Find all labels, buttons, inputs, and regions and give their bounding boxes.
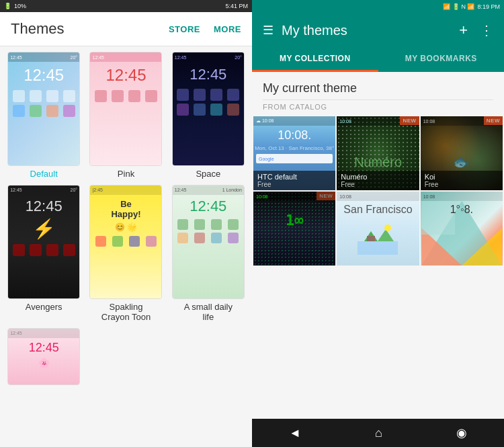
- catalog-geo[interactable]: 10:08 1°◦8.: [421, 192, 503, 266]
- theme-pink-thumb: 12:45 12:45: [89, 52, 162, 166]
- catalog-dark-thumb: 10:08 1∞: [253, 192, 335, 266]
- back-button[interactable]: ◄: [289, 426, 301, 440]
- theme-crayon[interactable]: |2:45 BeHappy! 😊 🌟 Spakling Crayon: [87, 185, 164, 323]
- status-bar-right: 📶 🔋 N 📶 8:19 PM: [252, 0, 504, 13]
- tab-my-collection[interactable]: MY COLLECTION: [252, 47, 378, 72]
- catalog-numero-name: Numéro: [341, 173, 415, 181]
- theme-space-thumb: 12:45 20° 12:45: [172, 52, 245, 166]
- add-icon[interactable]: +: [459, 22, 468, 39]
- tab-my-bookmarks[interactable]: MY BOOKMARKS: [378, 47, 505, 72]
- catalog-numero[interactable]: 10:08 Numéro Numéro Free NEW: [337, 116, 419, 190]
- theme-daily-label: A small daily life: [184, 302, 233, 323]
- theme-pink[interactable]: 12:45 12:45 Pink: [87, 52, 164, 179]
- hamburger-icon[interactable]: ☰: [263, 23, 274, 38]
- status-bar-left: 🔋 10% 5:41 PM: [0, 0, 252, 12]
- more-button[interactable]: MORE: [214, 24, 241, 34]
- theme-avengers[interactable]: 12:45 20° 12:45 ⚡ Avengers: [5, 185, 82, 323]
- theme-crayon-thumb: |2:45 BeHappy! 😊 🌟: [89, 185, 162, 299]
- svg-rect-2: [367, 236, 375, 241]
- right-panel: 📶 🔋 N 📶 8:19 PM ☰ My themes + ⋮ MY COLLE…: [252, 0, 504, 447]
- theme-default-label: Default: [30, 169, 58, 179]
- status-battery-icon: 🔋: [4, 3, 11, 9]
- theme-crayon-label: Spakling Crayon Toon: [101, 302, 151, 323]
- left-header-actions: STORE MORE: [169, 24, 241, 34]
- svg-point-4: [384, 225, 391, 231]
- catalog-htc-default[interactable]: ☁ 10:08 10:08. Mon, Oct 13 · San Francis…: [253, 116, 335, 190]
- catalog-koi-price: Free: [425, 181, 499, 188]
- home-button[interactable]: ⌂: [375, 426, 382, 440]
- tabs-bar: MY COLLECTION MY BOOKMARKS: [252, 47, 504, 72]
- catalog-htc-info: HTC default Free: [253, 171, 335, 190]
- current-theme-title: My current theme: [252, 72, 504, 99]
- theme-pink2-thumb: 12:45 12:45 🌸: [7, 328, 80, 385]
- catalog-koi[interactable]: 10:08 🐟 Koi Free NEW: [421, 116, 503, 190]
- svg-rect-0: [358, 241, 398, 255]
- catalog-numero-info: Numéro Free: [337, 171, 419, 190]
- left-title: Themes: [11, 20, 64, 38]
- theme-default[interactable]: 12:45 20° 12:45: [5, 52, 82, 179]
- catalog-dark[interactable]: 10:08 1∞ NEW: [253, 192, 335, 266]
- theme-space[interactable]: 12:45 20° 12:45: [170, 52, 247, 179]
- svg-marker-3: [378, 229, 394, 241]
- right-header-left: ☰ My themes: [263, 23, 347, 38]
- status-time-left: 5:41 PM: [225, 3, 248, 9]
- catalog-htc-price: Free: [257, 181, 331, 188]
- right-content: My current theme FROM CATALOG ☁ 10:08 10…: [252, 72, 504, 419]
- theme-default-thumb: 12:45 20° 12:45: [7, 52, 80, 166]
- left-panel: 🔋 10% 5:41 PM Themes STORE MORE 12:45 20…: [0, 0, 252, 447]
- catalog-grid: ☁ 10:08 10:08. Mon, Oct 13 · San Francis…: [252, 116, 504, 266]
- theme-daily[interactable]: 12:45 1 London 12:45: [170, 185, 247, 323]
- right-header: ☰ My themes + ⋮: [252, 13, 504, 47]
- theme-pink-label: Pink: [118, 169, 134, 179]
- status-time-right: 8:19 PM: [477, 3, 500, 10]
- recent-button[interactable]: ◉: [456, 425, 467, 440]
- catalog-geo-thumb: 10:08 1°◦8.: [421, 192, 503, 266]
- theme-space-label: Space: [196, 169, 220, 179]
- catalog-light-thumb: 10:08 San Francisco: [337, 192, 419, 266]
- catalog-koi-name: Koi: [425, 173, 499, 181]
- right-header-actions: + ⋮: [459, 22, 493, 39]
- catalog-light[interactable]: 10:08 San Francisco: [337, 192, 419, 266]
- store-button[interactable]: STORE: [169, 24, 200, 34]
- catalog-koi-info: Koi Free: [421, 171, 503, 190]
- nav-bar: ◄ ⌂ ◉: [252, 419, 504, 447]
- theme-avengers-label: Avengers: [26, 302, 62, 313]
- theme-daily-thumb: 12:45 1 London 12:45: [172, 185, 245, 299]
- from-catalog-label: FROM CATALOG: [252, 100, 504, 116]
- status-icons-right: 📶 🔋 N 📶: [443, 3, 474, 10]
- status-battery-text: 10%: [14, 3, 26, 9]
- themes-grid: 12:45 20° 12:45: [0, 46, 252, 447]
- more-options-icon[interactable]: ⋮: [480, 22, 493, 38]
- theme-avengers-thumb: 12:45 20° 12:45 ⚡: [7, 185, 80, 299]
- left-header: Themes STORE MORE: [0, 12, 252, 46]
- theme-pink2[interactable]: 12:45 12:45 🌸: [5, 328, 82, 385]
- catalog-numero-price: Free: [341, 181, 415, 188]
- catalog-htc-name: HTC default: [257, 173, 331, 181]
- right-header-title: My themes: [282, 23, 347, 38]
